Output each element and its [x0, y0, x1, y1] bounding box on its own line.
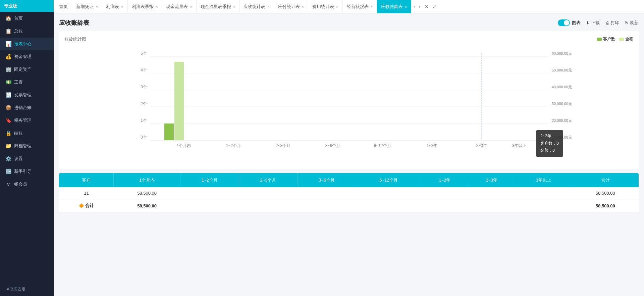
sidebar-item-label: 新手引导: [14, 168, 32, 175]
tab-close-icon[interactable]: ×: [302, 5, 304, 9]
total-year12: [421, 199, 468, 212]
col-header-total: 合计: [572, 173, 639, 187]
chart-legend: 客户数 金额: [597, 36, 633, 42]
sidebar-item-salary[interactable]: 💵 工资: [0, 76, 54, 89]
sidebar-item-label: 资金管理: [14, 54, 32, 60]
tab-label: 应收统计表: [244, 4, 265, 10]
svg-text:2个: 2个: [141, 101, 147, 106]
tab-close-icon[interactable]: ×: [336, 5, 338, 9]
tab-expand[interactable]: ⤢: [431, 0, 439, 13]
sidebar-item-label: 归档管理: [14, 143, 32, 149]
total-month12: [180, 199, 239, 212]
sidebar-item-settings[interactable]: ⚙️ 设置: [0, 152, 54, 165]
download-button[interactable]: ⬇ 下载: [586, 20, 600, 26]
svg-text:0个: 0个: [141, 135, 147, 140]
download-icon: ⬇: [586, 20, 590, 26]
legend-customers: 客户数: [597, 36, 615, 42]
funds-icon: 💰: [5, 54, 11, 60]
sidebar-item-stock[interactable]: 📦 进销台账: [0, 101, 54, 114]
bar-amount-0: [174, 62, 184, 140]
col-header-year23: 2~3年: [468, 173, 515, 187]
legend-amount: 金额: [619, 36, 633, 42]
sidebar-item-invoice[interactable]: 🧾 发票管理: [0, 89, 54, 101]
sidebar-item-reports[interactable]: 📊 报表中心: [0, 38, 54, 50]
tab-close-icon[interactable]: ×: [371, 5, 373, 9]
total-month612: [356, 199, 421, 212]
download-label: 下载: [591, 20, 600, 26]
tab-label: 应收账龄表: [381, 4, 403, 10]
sidebar-item-guide[interactable]: 🆕 新手引导: [0, 165, 54, 178]
sidebar-item-funds[interactable]: 💰 资金管理: [0, 50, 54, 63]
close-account-icon: 🔒: [5, 130, 11, 136]
cell-month1: 58,500.00: [114, 187, 180, 199]
sidebar-item-label: 结账: [14, 130, 23, 136]
tab-receivable-stats[interactable]: 应收统计表 ×: [239, 0, 274, 13]
col-header-customer: 客户: [59, 173, 114, 187]
tab-expense-stats[interactable]: 费用统计表 ×: [308, 0, 342, 13]
sidebar-item-ledger[interactable]: 📋 总账: [0, 25, 54, 38]
tab-label: 应付统计表: [278, 4, 300, 10]
tab-payable-stats[interactable]: 应付统计表 ×: [274, 0, 308, 13]
tab-new-voucher[interactable]: 新增凭证 ×: [72, 0, 102, 13]
tab-label: 利润表: [106, 4, 119, 10]
col-header-year3plus: 3年以上: [515, 173, 572, 187]
tab-cashflow-quarterly[interactable]: 现金流量表季报 ×: [197, 0, 239, 13]
tab-close-icon[interactable]: ×: [267, 5, 269, 9]
tab-close-icon[interactable]: ×: [96, 5, 98, 9]
col-header-month36: 3~6个月: [298, 173, 356, 187]
sidebar-item-close[interactable]: 🔒 结账: [0, 127, 54, 140]
cell-year3plus: [515, 187, 572, 199]
tab-bar: 首页 新增凭证 × 利润表 × 利润表季报 × 现金流量表 × 现金流量表季报 …: [54, 0, 644, 13]
sidebar-item-label: 税务管理: [14, 117, 32, 124]
chart-toggle[interactable]: [558, 19, 570, 26]
svg-text:4个: 4个: [141, 68, 147, 72]
sidebar-collapse-btn[interactable]: ◄取消固定: [0, 282, 54, 296]
cell-month23: [239, 187, 298, 199]
tab-profit[interactable]: 利润表 ×: [102, 0, 127, 13]
main-content: 首页 新增凭证 × 利润表 × 利润表季报 × 现金流量表 × 现金流量表季报 …: [54, 0, 644, 296]
tab-nav-left[interactable]: ‹: [411, 0, 417, 13]
tab-business-status[interactable]: 经营状况表 ×: [343, 0, 377, 13]
tab-close-all[interactable]: ✕: [423, 0, 431, 13]
total-total: 58,500.00: [572, 199, 639, 212]
tab-close-icon[interactable]: ×: [190, 5, 192, 9]
aging-table: 客户 1个月内 1~2个月 2~3个月 3~6个月 6~12个月 1~2年 2~…: [59, 173, 639, 212]
svg-text:1~2个月: 1~2个月: [226, 143, 241, 148]
sidebar-item-assets[interactable]: 🏢 固定资产: [0, 63, 54, 76]
tab-close-icon[interactable]: ×: [156, 5, 158, 9]
salary-icon: 💵: [5, 79, 11, 85]
tab-cashflow[interactable]: 现金流量表 ×: [162, 0, 196, 13]
chart-toggle-wrap: 图表: [558, 19, 581, 26]
tab-home[interactable]: 首页: [55, 0, 72, 13]
tab-close-icon[interactable]: ×: [233, 5, 235, 9]
sidebar-item-home[interactable]: 🏠 首页: [0, 12, 54, 25]
tab-home-label: 首页: [59, 4, 68, 10]
refresh-button[interactable]: ↻ 刷新: [625, 20, 639, 26]
tab-nav-right[interactable]: ›: [417, 0, 423, 13]
sidebar-logo: 专业版: [0, 0, 54, 12]
cell-year23: [468, 187, 515, 199]
svg-text:60,000.00元: 60,000.00元: [552, 51, 572, 55]
sidebar-item-label: 发票管理: [14, 92, 32, 98]
sidebar-item-archive[interactable]: 📁 归档管理: [0, 140, 54, 152]
chart-container: 账龄统计图 客户数 金额 5个 4个 3个 2个: [59, 31, 639, 169]
tab-aging[interactable]: 应收账龄表 ×: [377, 0, 411, 13]
svg-text:3~6个月: 3~6个月: [325, 143, 340, 148]
sidebar: 专业版 🏠 首页 📋 总账 📊 报表中心 💰 资金管理 🏢 固定资产 💵 工资 …: [0, 0, 54, 296]
svg-text:5个: 5个: [141, 51, 147, 56]
svg-text:50,000.00元: 50,000.00元: [552, 68, 572, 72]
home-icon: 🏠: [5, 15, 11, 21]
total-year3plus: [515, 199, 572, 212]
tab-close-icon[interactable]: ×: [121, 5, 123, 9]
tab-profit-quarterly[interactable]: 利润表季报 ×: [128, 0, 162, 13]
sidebar-item-tax[interactable]: 🔖 税务管理: [0, 114, 54, 127]
print-button[interactable]: 🖨 打印: [605, 20, 620, 26]
cell-month12: [180, 187, 239, 199]
tab-close-icon[interactable]: ×: [405, 5, 407, 9]
sidebar-item-vip[interactable]: V 畅会员: [0, 178, 54, 191]
legend-customers-label: 客户数: [603, 36, 615, 42]
svg-text:6~12个月: 6~12个月: [374, 143, 391, 148]
total-label: 🔶 合计: [59, 199, 114, 212]
tab-label: 经营状况表: [347, 4, 369, 10]
print-icon: 🖨: [605, 20, 609, 26]
